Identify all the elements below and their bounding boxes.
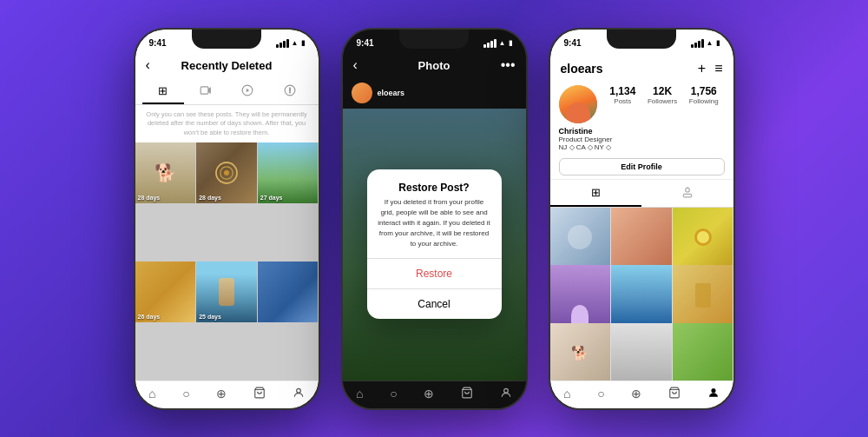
tab-more[interactable] xyxy=(269,77,312,104)
grid-photo-5[interactable] xyxy=(611,265,672,326)
status-icons: ▲ ▮ xyxy=(691,39,720,48)
profile-photo-grid: 🐕 xyxy=(550,208,733,381)
back-button[interactable]: ‹ xyxy=(146,57,150,73)
bottom-nav: ⌂ ○ ⊕ xyxy=(343,381,526,408)
wifi-icon: ▲ xyxy=(292,39,299,47)
info-text: Only you can see these posts. They will … xyxy=(135,105,319,143)
tab-grid[interactable]: ⊞ xyxy=(142,77,185,104)
status-time: 9:41 xyxy=(357,38,374,48)
grid-photo-3[interactable] xyxy=(673,208,733,268)
nav-add-icon[interactable]: ⊕ xyxy=(631,387,641,401)
grid-photo-7[interactable]: 🐕 xyxy=(550,323,611,381)
nav-profile-icon[interactable] xyxy=(707,387,720,401)
photo-cell-1[interactable]: 🐕 28 days xyxy=(135,142,196,203)
day-label-1: 28 days xyxy=(138,195,161,201)
grid-photo-9[interactable] xyxy=(673,323,733,381)
battery-icon: ▮ xyxy=(301,39,305,47)
restore-button[interactable]: Restore xyxy=(367,259,502,288)
add-post-icon[interactable]: + xyxy=(698,61,706,76)
nav-shop-icon[interactable] xyxy=(461,387,473,401)
photo-cell-5[interactable]: 25 days xyxy=(196,262,257,322)
page-title: Recently Deleted xyxy=(181,59,273,72)
stat-followers[interactable]: 12K Followers xyxy=(648,85,677,105)
back-button[interactable]: ‹ xyxy=(353,57,358,73)
bio-location: NJ ◇ CA ◇ NY ◇ xyxy=(559,143,725,151)
grid-photo-6[interactable] xyxy=(673,265,733,326)
restore-dialog: Restore Post? If you deleted it from you… xyxy=(367,169,502,319)
nav-profile-icon[interactable] xyxy=(293,387,305,401)
svg-point-5 xyxy=(290,88,291,89)
modal-body: If you deleted it from your profile grid… xyxy=(367,197,502,258)
day-label-4: 26 days xyxy=(138,314,161,320)
day-label-5: 25 days xyxy=(199,314,221,320)
svg-point-7 xyxy=(290,92,291,93)
grid-photo-2[interactable] xyxy=(611,208,672,268)
profile-tab-bar: ⊞ xyxy=(550,179,733,208)
battery-icon: ▮ xyxy=(509,39,512,47)
photo-cell-2[interactable]: 28 days xyxy=(196,142,257,203)
stat-posts: 1,134 Posts xyxy=(609,85,635,105)
menu-icon[interactable]: ≡ xyxy=(714,61,722,76)
phone-screen: 9:41 ▲ ▮ ‹ Photo ••• eloears xyxy=(343,30,526,408)
username-label: eloears xyxy=(378,89,405,97)
profile-header: eloears + ≡ xyxy=(550,54,733,80)
nav-shop-icon[interactable] xyxy=(253,387,266,401)
cancel-button[interactable]: Cancel xyxy=(367,289,502,319)
svg-point-15 xyxy=(685,188,689,192)
bio-name: Christine xyxy=(559,127,725,136)
bio-role: Product Designer xyxy=(559,136,725,143)
username-label: eloears xyxy=(561,62,603,76)
tab-video[interactable] xyxy=(184,77,227,104)
signal-icon xyxy=(691,39,704,48)
nav-home-icon[interactable]: ⌂ xyxy=(356,387,363,401)
grid-photo-4[interactable] xyxy=(550,265,611,326)
more-options-button[interactable]: ••• xyxy=(501,57,516,73)
nav-profile-icon[interactable] xyxy=(500,387,512,401)
nav-add-icon[interactable]: ⊕ xyxy=(424,387,434,401)
phone-notch xyxy=(399,30,469,49)
modal-title: Restore Post? xyxy=(367,169,502,197)
svg-marker-3 xyxy=(247,89,250,93)
status-time: 9:41 xyxy=(564,38,582,48)
nav-home-icon[interactable]: ⌂ xyxy=(563,387,570,401)
tab-reels[interactable] xyxy=(227,77,269,104)
phone-profile: 9:41 ▲ ▮ eloears + ≡ xyxy=(549,28,735,410)
photo-cell-6[interactable] xyxy=(258,262,319,322)
edit-profile-button[interactable]: Edit Profile xyxy=(559,158,725,175)
svg-point-12 xyxy=(297,388,301,393)
nav-home-icon[interactable]: ⌂ xyxy=(148,387,155,401)
photo-cell-4[interactable]: 26 days xyxy=(135,262,196,322)
modal-overlay: Restore Post? If you deleted it from you… xyxy=(343,109,526,381)
profile-info: 1,134 Posts 12K Followers 1,756 Followin… xyxy=(550,80,733,127)
tab-bar: ⊞ xyxy=(135,77,319,105)
phone-notch xyxy=(607,30,676,49)
stat-following[interactable]: 1,756 Following xyxy=(689,85,719,105)
post-user-row: eloears xyxy=(343,77,526,109)
nav-shop-icon[interactable] xyxy=(668,387,681,401)
header-actions: + ≡ xyxy=(698,61,723,76)
phone-restore-modal: 9:41 ▲ ▮ ‹ Photo ••• eloears xyxy=(341,28,528,410)
svg-point-6 xyxy=(290,89,291,90)
battery-icon: ▮ xyxy=(716,39,720,47)
status-time: 9:41 xyxy=(149,38,167,48)
phone-screen: 9:41 ▲ ▮ ‹ Recently Deleted ⊞ xyxy=(135,30,319,408)
nav-search-icon[interactable]: ○ xyxy=(597,387,604,401)
bottom-nav: ⌂ ○ ⊕ xyxy=(550,381,733,408)
svg-point-19 xyxy=(712,388,716,393)
following-label: Following xyxy=(689,97,719,105)
day-label-2: 28 days xyxy=(199,195,221,201)
photo-cell-3[interactable]: 27 days xyxy=(258,142,319,203)
nav-add-icon[interactable]: ⊕ xyxy=(216,387,227,401)
bottom-nav: ⌂ ○ ⊕ xyxy=(135,381,319,408)
tab-tagged[interactable] xyxy=(641,180,733,207)
tab-grid[interactable]: ⊞ xyxy=(550,180,642,207)
phone-recently-deleted: 9:41 ▲ ▮ ‹ Recently Deleted ⊞ xyxy=(134,28,320,410)
nav-search-icon[interactable]: ○ xyxy=(390,387,397,401)
page-header: ‹ Photo ••• xyxy=(343,54,526,77)
photo-grid: 🐕 28 days 28 days 27 days 26 days xyxy=(135,142,319,381)
grid-photo-8[interactable] xyxy=(611,323,672,381)
nav-search-icon[interactable]: ○ xyxy=(182,387,189,401)
grid-photo-1[interactable] xyxy=(550,208,611,268)
page-title: Photo xyxy=(418,59,450,72)
user-avatar xyxy=(352,83,372,103)
